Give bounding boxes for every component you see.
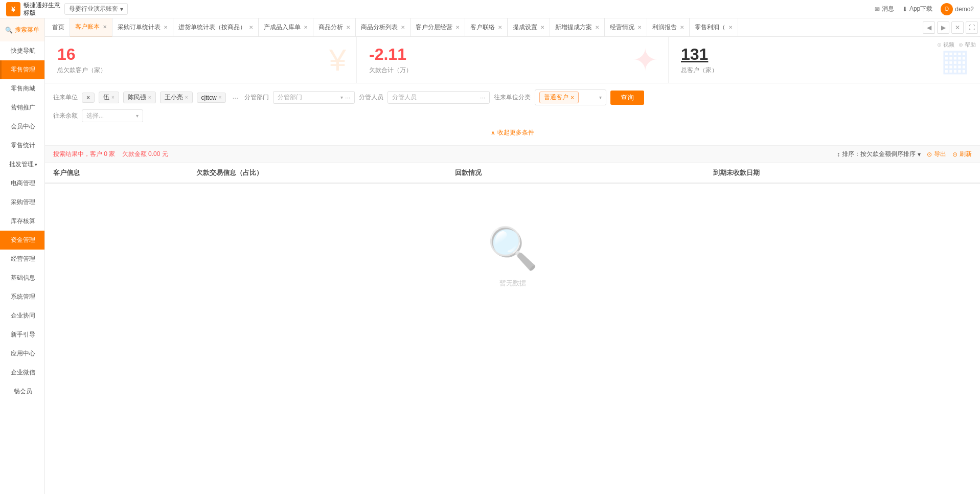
sidebar-search-area: 🔍 搜索菜单 — [0, 18, 44, 41]
sidebar-item-ecommerce[interactable]: 电商管理 — [0, 174, 44, 193]
sidebar-item-quick-nav[interactable]: 快捷导航 — [0, 41, 44, 60]
tab-close-customer-tier[interactable]: ✕ — [455, 25, 460, 30]
filter-tag-unit-base: × — [82, 93, 95, 103]
search-menu-btn[interactable]: 🔍 搜索菜单 — [4, 24, 40, 36]
tab-close-product-analysis-list[interactable]: ✕ — [401, 25, 405, 30]
tab-purchase-order[interactable]: 采购订单统计表 ✕ — [112, 18, 173, 37]
filter-row-1: 往来单位 × 伍 × 陈民强 × 王小亮 × — [53, 89, 972, 105]
tab-close-retail-profit[interactable]: ✕ — [728, 25, 733, 30]
tab-product-instock[interactable]: 产成品入库单 ✕ — [259, 18, 313, 37]
tab-retail-profit[interactable]: 零售利润（ ✕ — [690, 18, 738, 37]
filter-tag-close-wang[interactable]: × — [185, 95, 188, 100]
sidebar-item-basic-info[interactable]: 基础信息 — [0, 268, 44, 287]
sidebar-item-system[interactable]: 系统管理 — [0, 287, 44, 306]
sidebar-item-retail-store[interactable]: 零售商城 — [0, 79, 44, 98]
stat-value-overdue-customers: 16 — [57, 45, 344, 64]
user-avatar-area[interactable]: D demo2 — [941, 3, 974, 15]
table-col-due-date: 到期未收款日期 — [713, 168, 972, 177]
result-info: 搜索结果中，客户 0 家 欠款金额 0.00 元 — [53, 150, 168, 159]
sidebar-item-new-guide[interactable]: 新手引导 — [0, 325, 44, 344]
sidebar-item-vip-member[interactable]: 畅会员 — [0, 382, 44, 401]
help-link[interactable]: ⊙ 帮助 — [959, 41, 976, 49]
stat-label-total-customers: 总客户（家） — [681, 66, 968, 75]
filter-more-tags[interactable]: ··· — [230, 94, 240, 102]
sidebar-item-enterprise-wechat[interactable]: 企业微信 — [0, 363, 44, 382]
tab-operation-status[interactable]: 经营情况 ✕ — [605, 18, 647, 37]
filter-dept-select[interactable]: 分管部门 ▾ ··· — [273, 91, 355, 104]
tab-profit-report[interactable]: 利润报告 ✕ — [647, 18, 690, 37]
chevron-down-icon: ▾ — [599, 95, 602, 100]
app-download-btn[interactable]: ⬇ App下载 — [902, 5, 932, 13]
refresh-btn[interactable]: ⊙ 刷新 — [952, 150, 972, 159]
sidebar-item-purchase[interactable]: 采购管理 — [0, 193, 44, 212]
tab-close-profit-report[interactable]: ✕ — [680, 25, 684, 30]
chevron-down-icon: ▾ — [35, 162, 37, 167]
export-icon: ⊙ — [927, 151, 932, 158]
tab-new-promote[interactable]: 新增提成方案 ✕ — [550, 18, 605, 37]
filter-tag-close-normal[interactable]: × — [571, 94, 574, 101]
stat-bg-money-icon: ¥ — [329, 42, 346, 78]
filter-tag-close-chen[interactable]: × — [148, 95, 151, 100]
sidebar-item-wholesale[interactable]: 批发管理 ▾ — [0, 155, 44, 174]
sidebar-item-retail-stats[interactable]: 零售统计 — [0, 136, 44, 155]
stat-card-help: ⊙ 视频 ⊙ 帮助 — [937, 41, 976, 49]
tab-product-analysis-list[interactable]: 商品分析列表 ✕ — [356, 18, 411, 37]
tab-close-new-promote[interactable]: ✕ — [595, 25, 599, 30]
sidebar-item-enterprise-collab[interactable]: 企业协同 — [0, 306, 44, 325]
sidebar-item-marketing[interactable]: 营销推广 — [0, 98, 44, 117]
tab-close-product-analysis[interactable]: ✕ — [346, 25, 350, 30]
tab-product-analysis[interactable]: 商品分析 ✕ — [313, 18, 356, 37]
tab-close-purchase-order[interactable]: ✕ — [164, 25, 168, 30]
filter-person-select[interactable]: 分管人员 ··· — [388, 91, 490, 104]
sidebar-item-retail-mgmt[interactable]: 零售管理 — [0, 60, 44, 79]
tab-close-purchase-stats[interactable]: ✕ — [249, 25, 253, 30]
stats-row: ¥ 16 总欠款客户（家） ✦ -2.11 欠款合计（万） ▦ 131 总客户（… — [45, 37, 980, 83]
tab-purchase-stats[interactable]: 进货单统计表（按商品） ✕ — [173, 18, 259, 37]
filter-tag-close-cjttcw[interactable]: × — [219, 95, 222, 100]
stat-bg-star-icon: ✦ — [632, 42, 658, 78]
tab-close-customer-connect[interactable]: ✕ — [498, 25, 502, 30]
filter-unit-class-select[interactable]: 普通客户 × ▾ — [535, 89, 606, 105]
tab-close-all-btn[interactable]: ✕ — [951, 21, 964, 34]
tab-customer-book[interactable]: 客户账本 ✕ — [70, 18, 112, 37]
filter-balance-select[interactable]: 选择... ▾ — [82, 109, 143, 122]
tab-customer-connect[interactable]: 客户联络 ✕ — [465, 18, 508, 37]
empty-icon: 🔍 — [487, 224, 538, 273]
video-link[interactable]: ⊙ 视频 — [937, 41, 954, 49]
tab-home[interactable]: 首页 — [47, 18, 70, 37]
filter-tag-unit-wang: 王小亮 × — [160, 92, 193, 103]
sidebar-item-inventory[interactable]: 库存核算 — [0, 212, 44, 231]
sidebar-item-member[interactable]: 会员中心 — [0, 117, 44, 136]
tab-close-promote-settings[interactable]: ✕ — [540, 25, 544, 30]
tab-promote-settings[interactable]: 提成设置 ✕ — [508, 18, 550, 37]
filter-person-more[interactable]: ··· — [480, 94, 485, 101]
empty-state: 🔍 暂无数据 — [45, 184, 980, 329]
tab-close-product-instock[interactable]: ✕ — [304, 25, 308, 30]
chevron-down-icon: ▾ — [120, 6, 123, 13]
filter-dept-more[interactable]: ··· — [345, 94, 350, 101]
sidebar-item-operation[interactable]: 经营管理 — [0, 250, 44, 268]
filter-tag-unit-chen: 陈民强 × — [123, 92, 156, 103]
sidebar-item-finance[interactable]: 资金管理 — [0, 231, 44, 250]
download-icon: ⬇ — [902, 6, 907, 13]
sort-btn[interactable]: ↕ 排序：按欠款金额倒序排序 ▾ — [837, 150, 921, 159]
tab-next-btn[interactable]: ▶ — [937, 21, 949, 34]
logo-area: ¥ 畅捷通好生意 标版 — [6, 2, 60, 16]
filter-tag-close-wu[interactable]: × — [111, 95, 115, 100]
query-button[interactable]: 查询 — [610, 91, 644, 105]
chevron-down-icon: ▾ — [136, 113, 139, 119]
tab-prev-btn[interactable]: ◀ — [923, 21, 935, 34]
tab-expand-btn[interactable]: ⛶ — [966, 21, 978, 34]
filter-row-2: 往来余额 选择... ▾ — [53, 109, 972, 122]
tab-close-customer-book[interactable]: ✕ — [103, 24, 107, 30]
tab-close-operation-status[interactable]: ✕ — [637, 25, 642, 30]
sidebar-item-app-center[interactable]: 应用中心 — [0, 344, 44, 363]
top-bar: ¥ 畅捷通好生意 标版 母婴行业演示账套 ▾ ✉ 消息 ⬇ App下载 D de… — [0, 0, 980, 18]
message-btn[interactable]: ✉ 消息 — [875, 5, 894, 13]
chevron-down-icon: ▾ — [340, 95, 343, 100]
collapse-btn[interactable]: ∧ 收起更多条件 — [485, 126, 540, 139]
table-col-overdue-info: 欠款交易信息（占比） — [196, 168, 455, 177]
account-dropdown[interactable]: 母婴行业演示账套 ▾ — [64, 3, 128, 15]
tab-customer-tier[interactable]: 客户分层经营 ✕ — [411, 18, 465, 37]
export-btn[interactable]: ⊙ 导出 — [927, 150, 946, 159]
